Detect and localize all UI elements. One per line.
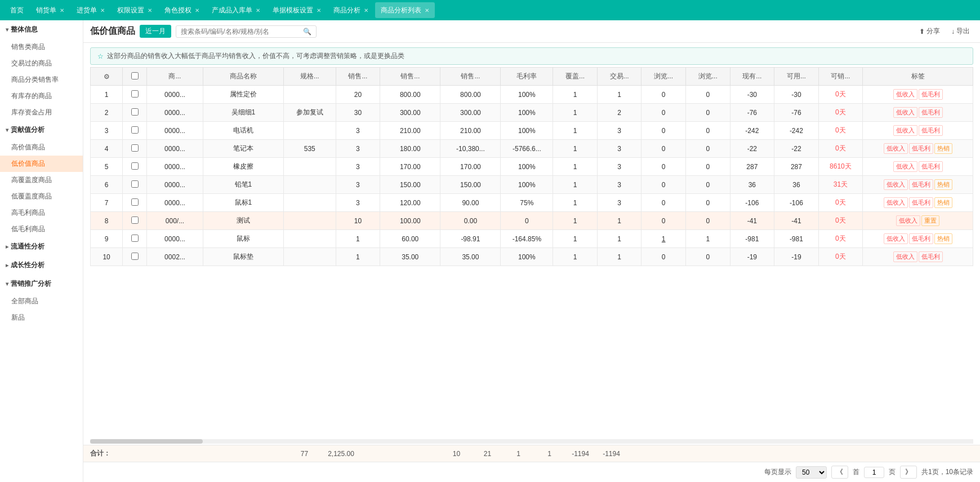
cell-stock1: -30 (730, 86, 774, 104)
sidebar-item-all-goods[interactable]: 全部商品 (0, 293, 83, 309)
cell-rate: 0 (501, 212, 553, 230)
cell-trade: 3 (597, 158, 642, 176)
cell-qty: 3 (336, 176, 380, 194)
th-settings[interactable]: ⚙ (91, 68, 123, 86)
cell-browse1[interactable]: 0 (642, 104, 686, 122)
row-checkbox[interactable] (131, 235, 139, 242)
sidebar-item-high-value[interactable]: 高价值商品 (0, 139, 83, 156)
nav-close-sales[interactable]: ✕ (60, 7, 64, 14)
cell-browse1[interactable]: 0 (642, 86, 686, 104)
nav-close-purchase[interactable]: ✕ (100, 7, 105, 14)
row-checkbox[interactable] (131, 162, 139, 170)
sidebar: ▾ 整体信息 销售类商品 交易过的商品 商品分类销售率 有库存的商品 库存资金占… (0, 20, 83, 482)
cell-qty: 3 (336, 194, 380, 212)
table-row: 4 0000... 笔记本 535 3 180.00 -10,380... -5… (91, 140, 973, 158)
nav-close-role[interactable]: ✕ (195, 7, 199, 14)
cell-browse1[interactable]: 0 (642, 158, 686, 176)
cell-browse1[interactable]: 0 (642, 248, 686, 266)
row-checkbox[interactable] (131, 253, 139, 260)
cell-check[interactable] (123, 248, 147, 266)
sidebar-group-contribution[interactable]: ▾ 贡献值分析 (0, 121, 83, 139)
cell-rate: 75% (501, 194, 553, 212)
sidebar-item-high-margin[interactable]: 高毛利商品 (0, 205, 83, 221)
sidebar-item-low-margin[interactable]: 低毛利商品 (0, 221, 83, 237)
export-icon: ↓ (951, 28, 955, 36)
sidebar-item-traded[interactable]: 交易过的商品 (0, 55, 83, 72)
nav-close-warehouse[interactable]: ✕ (256, 7, 260, 14)
cell-browse1[interactable]: 1 (642, 230, 686, 248)
page-number-input[interactable] (864, 467, 884, 478)
nav-perm[interactable]: 权限设置 ✕ (112, 2, 158, 18)
cell-browse1[interactable]: 0 (642, 140, 686, 158)
sidebar-group-marketing[interactable]: ▾ 营销推广分析 (0, 275, 83, 293)
row-checkbox[interactable] (131, 90, 139, 98)
table-wrapper[interactable]: ⚙ 商... 商品名称 规格... 销售... 销售... 销售... 毛利率 … (83, 67, 980, 438)
row-checkbox[interactable] (131, 108, 139, 116)
sidebar-item-inventory-fund[interactable]: 库存资金占用 (0, 104, 83, 121)
tag: 低毛利 (919, 89, 943, 100)
first-page-btn[interactable]: 《 (831, 466, 848, 479)
cell-check[interactable] (123, 158, 147, 176)
row-checkbox[interactable] (131, 216, 139, 224)
search-icon[interactable]: 🔍 (303, 28, 311, 36)
cell-check[interactable] (123, 122, 147, 140)
cell-check[interactable] (123, 230, 147, 248)
sidebar-item-low-coverage[interactable]: 低覆盖度商品 (0, 188, 83, 205)
th-checkbox[interactable] (123, 68, 147, 86)
cell-check[interactable] (123, 140, 147, 158)
cell-trade: 2 (597, 104, 642, 122)
cell-browse1[interactable]: 0 (642, 212, 686, 230)
nav-close-analysis[interactable]: ✕ (364, 7, 368, 14)
sidebar-item-stocked[interactable]: 有库存的商品 (0, 88, 83, 104)
cell-days: 0天 (818, 212, 863, 230)
sidebar-item-category-rate[interactable]: 商品分类销售率 (0, 72, 83, 88)
nav-close-perm[interactable]: ✕ (148, 7, 152, 14)
nav-sales[interactable]: 销货单 ✕ (30, 2, 70, 18)
row-checkbox[interactable] (131, 198, 139, 206)
nav-role[interactable]: 角色授权 ✕ (159, 2, 205, 18)
last-page-btn[interactable]: 》 (900, 466, 917, 479)
cell-check[interactable] (123, 104, 147, 122)
filter-recent-month[interactable]: 近一月 (140, 25, 171, 38)
row-checkbox[interactable] (131, 126, 139, 134)
sidebar-item-new-goods[interactable]: 新品 (0, 309, 83, 326)
cell-seq: 4 (91, 140, 123, 158)
cell-check[interactable] (123, 194, 147, 212)
nav-home[interactable]: 首页 (5, 2, 29, 18)
share-button[interactable]: ⬆ 分享 (916, 25, 943, 38)
table-row: 8 000/... 测试 10 100.00 0.00 0 1 1 0 0 -4… (91, 212, 973, 230)
cell-check[interactable] (123, 212, 147, 230)
sidebar-group-overall[interactable]: ▾ 整体信息 (0, 20, 83, 39)
nav-close-template[interactable]: ✕ (317, 7, 321, 14)
sidebar-group-flow[interactable]: ▸ 流通性分析 (0, 237, 83, 256)
cell-browse1[interactable]: 0 (642, 176, 686, 194)
nav-close-analysis-list[interactable]: ✕ (425, 7, 429, 14)
row-checkbox[interactable] (131, 180, 139, 188)
cell-sale2: 90.00 (440, 194, 501, 212)
cell-browse1[interactable]: 0 (642, 194, 686, 212)
cell-sale2: 210.00 (440, 122, 501, 140)
nav-purchase[interactable]: 进货单 ✕ (71, 2, 110, 18)
per-page-select[interactable]: 50 100 200 (796, 466, 827, 479)
cell-seq: 5 (91, 158, 123, 176)
th-tags: 标签 (863, 68, 973, 86)
cell-qty: 1 (336, 230, 380, 248)
nav-analysis-list[interactable]: 商品分析列表 ✕ (375, 2, 435, 18)
row-checkbox[interactable] (131, 144, 139, 152)
sidebar-item-sales-goods[interactable]: 销售类商品 (0, 39, 83, 55)
cell-stock2: -106 (774, 194, 819, 212)
horizontal-scrollbar[interactable] (90, 439, 973, 444)
search-input[interactable] (181, 28, 301, 36)
cell-browse1[interactable]: 0 (642, 122, 686, 140)
sidebar-item-low-value[interactable]: 低价值商品 (0, 156, 83, 172)
cell-check[interactable] (123, 176, 147, 194)
nav-template[interactable]: 单据模板设置 ✕ (267, 2, 327, 18)
export-button[interactable]: ↓ 导出 (948, 25, 973, 38)
nav-warehouse[interactable]: 产成品入库单 ✕ (206, 2, 266, 18)
scroll-thumb[interactable] (90, 439, 203, 444)
cell-check[interactable] (123, 86, 147, 104)
sidebar-group-growth[interactable]: ▸ 成长性分析 (0, 256, 83, 275)
nav-analysis[interactable]: 商品分析 ✕ (328, 2, 374, 18)
sidebar-item-high-coverage[interactable]: 高覆盖度商品 (0, 172, 83, 188)
select-all-checkbox[interactable] (131, 72, 139, 79)
